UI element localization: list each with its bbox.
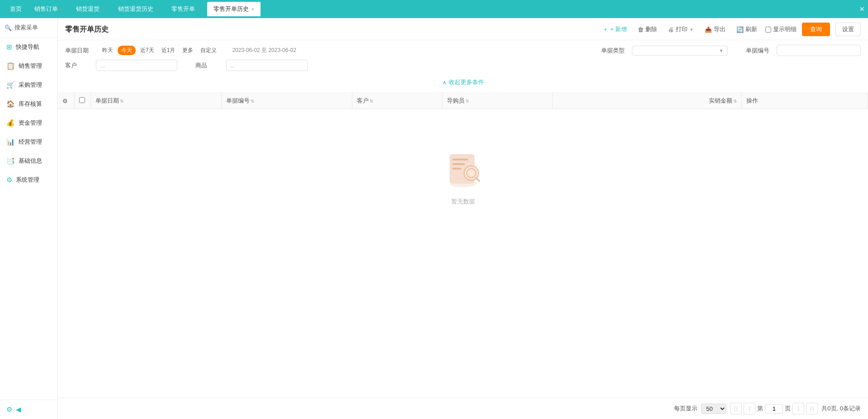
- refresh-icon: 🔄: [736, 26, 744, 33]
- sidebar-item-purchase-mgmt[interactable]: 🛒 采购管理: [0, 75, 57, 94]
- sidebar-item-basic-info[interactable]: 📑 基础信息: [0, 151, 57, 170]
- page-title: 零售开单历史: [65, 25, 109, 34]
- settings-bottom-icon[interactable]: ⚙: [6, 405, 12, 414]
- date-btn-1month[interactable]: 近1月: [159, 46, 178, 55]
- filter-doc-no: 单据编号: [746, 45, 861, 56]
- content-area: 零售开单历史 ＋ + 新增 🗑 删除 🖨 打印 ▼ 📤 导出: [58, 18, 868, 419]
- purchase-mgmt-icon: 🛒: [6, 81, 15, 89]
- date-range-display: 2023-06-02 至 2023-06-02: [232, 47, 296, 54]
- set-button[interactable]: 设置: [835, 23, 861, 36]
- delete-icon: 🗑: [638, 26, 644, 33]
- date-btn-more[interactable]: 更多: [180, 46, 196, 55]
- page-suffix: 页: [785, 405, 791, 413]
- th-check[interactable]: [74, 93, 90, 109]
- main-layout: 🔍 搜索采单 ⊞ 快捷导航 📋 销售管理 🛒 采购管理 🏠 库存核算 💰 资金管…: [0, 18, 868, 419]
- select-all-checkbox[interactable]: [79, 97, 85, 103]
- first-page-button[interactable]: ⟨⟨: [730, 403, 742, 414]
- empty-text: 暂无数据: [451, 198, 475, 206]
- th-action: 操作: [742, 93, 868, 109]
- tab-sales-return[interactable]: 销货退货 ×: [70, 2, 111, 16]
- sidebar-item-inventory[interactable]: 🏠 库存核算: [0, 94, 57, 113]
- filter-area: 单据日期 昨天 今天 近7天 近1月 更多 自定义 2023-06-02 至 2…: [58, 40, 868, 93]
- page-total: 共0页, 0条记录: [821, 405, 861, 413]
- sidebar-item-sys-mgmt[interactable]: ⚙ 系统管理: [0, 170, 57, 189]
- page-header: 零售开单历史 ＋ + 新增 🗑 删除 🖨 打印 ▼ 📤 导出: [58, 18, 868, 40]
- date-btn-yesterday[interactable]: 昨天: [100, 46, 116, 55]
- date-btn-7days[interactable]: 近7天: [138, 46, 157, 55]
- empty-state: 暂无数据: [58, 109, 868, 242]
- filter-row-2: 客户 ... 商品 ...: [65, 60, 861, 71]
- show-detail-checkbox[interactable]: 显示明细: [765, 25, 797, 33]
- doc-no-input[interactable]: [777, 45, 861, 56]
- print-icon: 🖨: [668, 26, 674, 33]
- window-close-button[interactable]: ×: [859, 5, 864, 14]
- th-customer[interactable]: 客户 ⇅: [352, 93, 442, 109]
- pagination-nav: ⟨⟨ ⟨ 第 页 ⟩ ⟩⟩: [730, 403, 818, 414]
- sidebar-item-quick-nav[interactable]: ⊞ 快捷导航: [0, 38, 57, 56]
- th-amount[interactable]: 实销金额 ⇅: [552, 93, 741, 109]
- date-btn-today[interactable]: 今天: [118, 46, 136, 55]
- sidebar-bottom: ⚙ ◀: [0, 400, 57, 419]
- table-settings-icon[interactable]: ⚙: [62, 98, 68, 104]
- add-button[interactable]: ＋ + 新增: [600, 24, 630, 35]
- collapse-sidebar-icon[interactable]: ◀: [16, 405, 21, 414]
- customer-input[interactable]: ...: [96, 60, 177, 71]
- refresh-button[interactable]: 🔄 刷新: [734, 24, 760, 35]
- tab-close-sales-order[interactable]: ×: [61, 6, 63, 12]
- filter-product: 商品 ...: [195, 60, 308, 71]
- ops-mgmt-icon: 📊: [6, 138, 15, 146]
- delete-button[interactable]: 🗑 删除: [635, 24, 660, 35]
- last-page-button[interactable]: ⟩⟩: [806, 403, 818, 414]
- doc-type-select[interactable]: ▼: [632, 46, 728, 56]
- filter-section-date: 单据日期 昨天 今天 近7天 近1月 更多 自定义 2023-06-02 至 2…: [65, 46, 583, 55]
- print-button[interactable]: 🖨 打印 ▼: [665, 24, 697, 35]
- tab-bar-right: ×: [859, 5, 864, 14]
- th-date[interactable]: 单据日期 ⇅: [90, 93, 221, 109]
- prev-page-button[interactable]: ⟨: [744, 403, 755, 414]
- tab-sales-return-history[interactable]: 销货退货历史 ×: [112, 2, 165, 16]
- sort-date-icon: ⇅: [120, 99, 123, 104]
- svg-rect-4: [452, 168, 461, 169]
- sidebar-item-sales-mgmt[interactable]: 📋 销售管理: [0, 56, 57, 75]
- page-number-input[interactable]: [765, 404, 783, 414]
- collapse-filter-button[interactable]: ∧ 收起更多条件: [442, 76, 484, 88]
- query-button[interactable]: 查询: [802, 23, 830, 36]
- th-no[interactable]: 单据编号 ⇅: [221, 93, 352, 109]
- tab-close-sales-return[interactable]: ×: [102, 6, 105, 12]
- th-settings[interactable]: ⚙: [58, 93, 74, 109]
- next-page-button[interactable]: ⟩: [792, 403, 804, 414]
- export-icon: 📤: [705, 26, 712, 33]
- basic-info-icon: 📑: [6, 157, 15, 165]
- th-guide[interactable]: 导购员 ⇅: [442, 93, 552, 109]
- toolbar: ＋ + 新增 🗑 删除 🖨 打印 ▼ 📤 导出 🔄: [600, 23, 861, 36]
- svg-line-7: [476, 178, 479, 181]
- search-icon: 🔍: [5, 24, 12, 31]
- sort-guide-icon: ⇅: [465, 99, 469, 104]
- tab-sales-order[interactable]: 销售订单 ×: [28, 2, 70, 16]
- per-page-select[interactable]: 50 10 20 100: [701, 404, 726, 414]
- product-input[interactable]: ...: [226, 60, 308, 71]
- tab-close-sales-return-history[interactable]: ×: [156, 6, 159, 12]
- tab-close-retail-open[interactable]: ×: [198, 6, 200, 12]
- finance-mgmt-icon: 💰: [6, 119, 15, 127]
- tab-retail-open[interactable]: 零售开单 ×: [165, 2, 207, 16]
- sidebar: 🔍 搜索采单 ⊞ 快捷导航 📋 销售管理 🛒 采购管理 🏠 库存核算 💰 资金管…: [0, 18, 58, 419]
- doc-no-label: 单据编号: [746, 47, 773, 55]
- per-page-label: 每页显示: [674, 405, 697, 413]
- tab-close-retail-open-history[interactable]: ×: [251, 6, 254, 12]
- sort-customer-icon: ⇅: [370, 99, 373, 104]
- export-button[interactable]: 📤 导出: [702, 24, 728, 35]
- sidebar-search[interactable]: 🔍 搜索采单: [0, 18, 57, 38]
- sidebar-item-finance-mgmt[interactable]: 💰 资金管理: [0, 113, 57, 132]
- show-detail-check[interactable]: [765, 27, 771, 33]
- tab-retail-open-history[interactable]: 零售开单历史 ×: [207, 2, 261, 16]
- customer-label: 客户: [65, 61, 92, 70]
- doc-type-label: 单据类型: [601, 47, 628, 55]
- tab-home[interactable]: 首页: [4, 2, 28, 16]
- sidebar-item-ops-mgmt[interactable]: 📊 经营管理: [0, 132, 57, 151]
- sort-no-icon: ⇅: [251, 99, 254, 104]
- sales-mgmt-icon: 📋: [6, 62, 15, 70]
- date-btn-custom[interactable]: 自定义: [198, 46, 219, 55]
- pagination: 每页显示 50 10 20 100 ⟨⟨ ⟨ 第 页 ⟩ ⟩⟩ 共0页, 0条记…: [58, 398, 868, 419]
- filter-row-1: 单据日期 昨天 今天 近7天 近1月 更多 自定义 2023-06-02 至 2…: [65, 45, 861, 56]
